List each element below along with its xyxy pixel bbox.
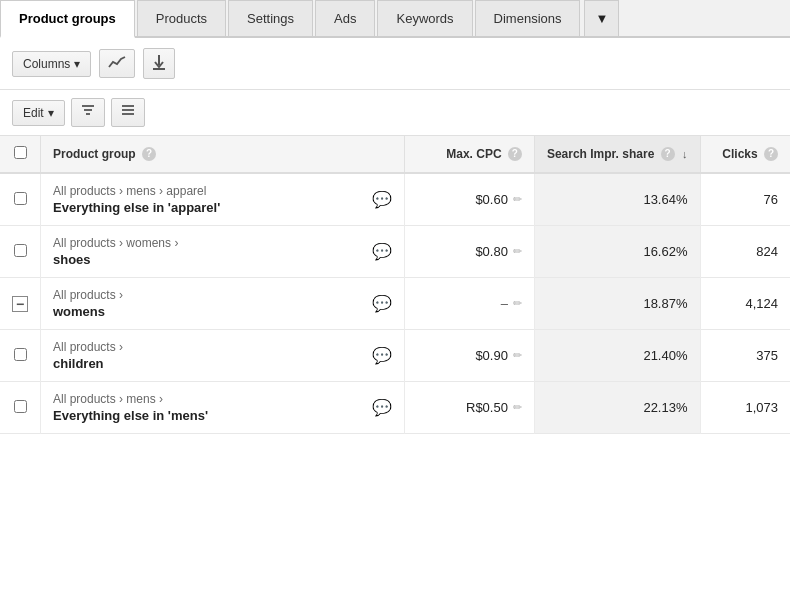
- header-search-impr-label: Search Impr. share: [547, 147, 654, 161]
- header-search-impr[interactable]: Search Impr. share ? ↓: [534, 136, 700, 173]
- row3-checkbox-cell: −: [0, 278, 41, 330]
- row1-product-path: All products › mens › apparel: [53, 184, 220, 198]
- row4-clicks-value: 375: [756, 348, 778, 363]
- row3-max-cpc-cell: – ✏: [404, 278, 534, 330]
- row4-product-name: children: [53, 356, 123, 371]
- columns-label: Columns: [23, 57, 70, 71]
- row1-search-impr-value: 13.64%: [643, 192, 687, 207]
- toolbar-row1: Columns ▾: [0, 38, 790, 90]
- row2-checkbox-cell: [0, 226, 41, 278]
- row4-product-group-cell: All products › children 💬: [41, 330, 405, 382]
- table-row: All products › womens › shoes 💬 $0.80 ✏ …: [0, 226, 790, 278]
- row3-product-group-cell: All products › womens 💬: [41, 278, 405, 330]
- row1-comment-icon[interactable]: 💬: [372, 190, 392, 209]
- row1-product-name: Everything else in 'apparel': [53, 200, 220, 215]
- row1-max-cpc-edit-icon[interactable]: ✏: [513, 193, 522, 206]
- chart-button[interactable]: [99, 49, 135, 78]
- filter-icon-button[interactable]: [71, 98, 105, 127]
- row5-product-path: All products › mens ›: [53, 392, 208, 406]
- row1-checkbox[interactable]: [14, 192, 27, 205]
- list-icon-button[interactable]: [111, 98, 145, 127]
- download-button[interactable]: [143, 48, 175, 79]
- row1-max-cpc-value: $0.60: [475, 192, 508, 207]
- table-row: All products › mens › apparel Everything…: [0, 173, 790, 226]
- row4-clicks-cell: 375: [700, 330, 790, 382]
- row5-max-cpc-cell: R$0.50 ✏: [404, 382, 534, 434]
- header-max-cpc-label: Max. CPC: [446, 147, 501, 161]
- header-product-group: Product group ?: [41, 136, 405, 173]
- header-clicks: Clicks ?: [700, 136, 790, 173]
- row2-checkbox[interactable]: [14, 244, 27, 257]
- header-checkbox-cell: [0, 136, 41, 173]
- row3-search-impr-value: 18.87%: [643, 296, 687, 311]
- row4-search-impr-cell: 21.40%: [534, 330, 700, 382]
- tab-settings[interactable]: Settings: [228, 0, 313, 36]
- row3-max-cpc-value: –: [501, 296, 508, 311]
- row2-product-group-cell: All products › womens › shoes 💬: [41, 226, 405, 278]
- list-icon: [120, 104, 136, 121]
- row1-clicks-value: 76: [764, 192, 778, 207]
- row2-max-cpc-value: $0.80: [475, 244, 508, 259]
- row3-minus-button[interactable]: −: [12, 296, 28, 312]
- header-max-cpc: Max. CPC ?: [404, 136, 534, 173]
- edit-caret-icon: ▾: [48, 106, 54, 120]
- row3-comment-icon[interactable]: 💬: [372, 294, 392, 313]
- row5-checkbox[interactable]: [14, 400, 27, 413]
- row2-search-impr-cell: 16.62%: [534, 226, 700, 278]
- row3-clicks-cell: 4,124: [700, 278, 790, 330]
- row4-checkbox-cell: [0, 330, 41, 382]
- row4-max-cpc-value: $0.90: [475, 348, 508, 363]
- row1-product-group-cell: All products › mens › apparel Everything…: [41, 173, 405, 226]
- row5-max-cpc-edit-icon[interactable]: ✏: [513, 401, 522, 414]
- columns-caret-icon: ▾: [74, 57, 80, 71]
- tab-product-groups[interactable]: Product groups: [0, 0, 135, 38]
- row3-search-impr-cell: 18.87%: [534, 278, 700, 330]
- row5-clicks-value: 1,073: [745, 400, 778, 415]
- tab-dimensions[interactable]: Dimensions: [475, 0, 581, 36]
- row4-search-impr-value: 21.40%: [643, 348, 687, 363]
- row5-product-group-cell: All products › mens › Everything else in…: [41, 382, 405, 434]
- header-clicks-label: Clicks: [722, 147, 757, 161]
- row5-search-impr-cell: 22.13%: [534, 382, 700, 434]
- row3-max-cpc-edit-icon[interactable]: ✏: [513, 297, 522, 310]
- tab-ads[interactable]: Ads: [315, 0, 375, 36]
- row1-max-cpc-cell: $0.60 ✏: [404, 173, 534, 226]
- row3-product-name: womens: [53, 304, 123, 319]
- row2-search-impr-value: 16.62%: [643, 244, 687, 259]
- row4-product-path: All products ›: [53, 340, 123, 354]
- header-clicks-help-icon[interactable]: ?: [764, 147, 778, 161]
- tab-keywords[interactable]: Keywords: [377, 0, 472, 36]
- row5-comment-icon[interactable]: 💬: [372, 398, 392, 417]
- toolbar-row2: Edit ▾: [0, 90, 790, 136]
- sort-descending-icon: ↓: [682, 148, 688, 160]
- product-groups-table: Product group ? Max. CPC ? Search Impr. …: [0, 136, 790, 434]
- row2-max-cpc-edit-icon[interactable]: ✏: [513, 245, 522, 258]
- row1-clicks-cell: 76: [700, 173, 790, 226]
- header-product-group-label: Product group: [53, 147, 136, 161]
- table-header-row: Product group ? Max. CPC ? Search Impr. …: [0, 136, 790, 173]
- row1-search-impr-cell: 13.64%: [534, 173, 700, 226]
- select-all-checkbox[interactable]: [14, 146, 27, 159]
- row4-max-cpc-edit-icon[interactable]: ✏: [513, 349, 522, 362]
- row5-search-impr-value: 22.13%: [643, 400, 687, 415]
- tab-products[interactable]: Products: [137, 0, 226, 36]
- row4-checkbox[interactable]: [14, 348, 27, 361]
- download-icon: [152, 54, 166, 73]
- row4-comment-icon[interactable]: 💬: [372, 346, 392, 365]
- header-max-cpc-help-icon[interactable]: ?: [508, 147, 522, 161]
- row4-max-cpc-cell: $0.90 ✏: [404, 330, 534, 382]
- columns-button[interactable]: Columns ▾: [12, 51, 91, 77]
- table-row: All products › children 💬 $0.90 ✏ 21.40%: [0, 330, 790, 382]
- header-product-group-help-icon[interactable]: ?: [142, 147, 156, 161]
- filter-icon: [80, 104, 96, 121]
- row2-product-name: shoes: [53, 252, 178, 267]
- edit-button[interactable]: Edit ▾: [12, 100, 65, 126]
- tab-bar: Product groups Products Settings Ads Key…: [0, 0, 790, 38]
- row5-max-cpc-value: R$0.50: [466, 400, 508, 415]
- tab-more-button[interactable]: ▼: [584, 0, 619, 36]
- row1-checkbox-cell: [0, 173, 41, 226]
- row2-comment-icon[interactable]: 💬: [372, 242, 392, 261]
- header-search-impr-help-icon[interactable]: ?: [661, 147, 675, 161]
- row2-max-cpc-cell: $0.80 ✏: [404, 226, 534, 278]
- row2-clicks-value: 824: [756, 244, 778, 259]
